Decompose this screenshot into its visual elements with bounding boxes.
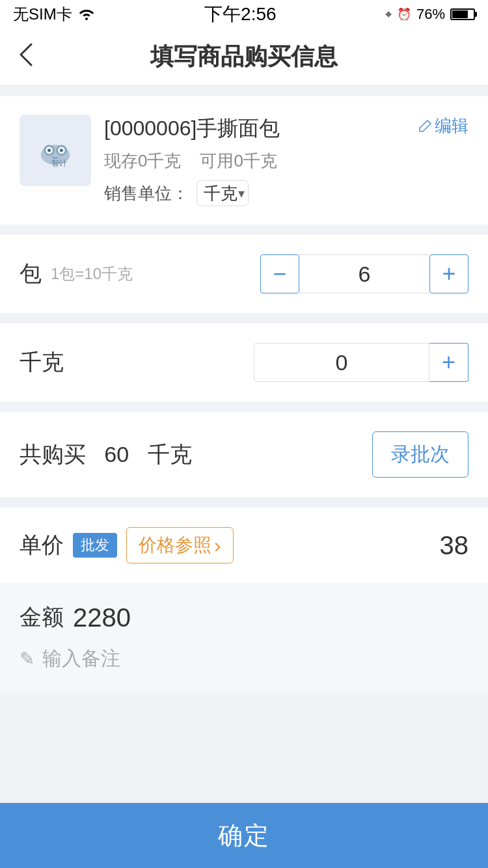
product-unit: 销售单位： 千克 xyxy=(104,180,468,206)
bag-decrement-button[interactable]: − xyxy=(260,254,299,293)
summary-text: 共购买 60 千克 xyxy=(20,440,192,470)
remark-label: 输入备注 xyxy=(42,645,120,672)
bag-row: 包 1包=10千克 − + xyxy=(20,235,468,313)
summary-unit: 千克 xyxy=(148,442,192,467)
product-info: [0000006]手撕面包 编辑 现存0千克 可用0千克 销售单位： 千克 xyxy=(104,115,468,206)
kg-row: 千克 + xyxy=(20,323,468,401)
pencil-icon: ✎ xyxy=(20,648,34,670)
bag-sublabel: 1包=10千克 xyxy=(51,264,133,284)
kg-quantity-control: + xyxy=(254,343,468,382)
location-icon: ⌖ xyxy=(385,8,392,21)
price-label: 单价 xyxy=(20,530,64,560)
amount-section: 金额 2280 ✎ 输入备注 xyxy=(0,583,488,692)
carrier-text: 无SIM卡 xyxy=(13,4,72,25)
svg-text:智计: 智计 xyxy=(51,159,67,168)
status-bar: 无SIM卡 下午2:56 ⌖ ⏰ 76% xyxy=(0,0,488,29)
unit-select[interactable]: 千克 xyxy=(197,180,249,206)
status-carrier: 无SIM卡 xyxy=(13,4,96,25)
amount-label: 金额 xyxy=(20,603,64,632)
summary-amount: 60 xyxy=(104,442,129,467)
edit-button[interactable]: 编辑 xyxy=(418,115,468,137)
price-row: 单价 批发 价格参照 › 38 xyxy=(20,527,468,563)
battery-fill xyxy=(452,10,468,18)
kg-label: 千克 xyxy=(20,347,64,377)
summary-section: 共购买 60 千克 录批次 xyxy=(0,412,488,497)
bag-quantity-control: − + xyxy=(260,254,468,293)
svg-point-6 xyxy=(60,148,63,152)
bag-quantity-input[interactable] xyxy=(299,254,429,293)
bottom-bar: 确定 xyxy=(0,803,488,868)
product-image: 智计 xyxy=(20,115,91,186)
battery-text: 76% xyxy=(416,6,445,23)
price-value: 38 xyxy=(440,531,469,560)
kg-section: 千克 + xyxy=(0,323,488,401)
record-batch-button[interactable]: 录批次 xyxy=(372,431,468,478)
page-title: 填写商品购买信息 xyxy=(150,41,338,73)
edit-label: 编辑 xyxy=(435,115,468,137)
nav-bar: 填写商品购买信息 xyxy=(0,29,488,86)
bag-label: 包 1包=10千克 xyxy=(20,259,133,289)
product-card: 智计 [0000006]手撕面包 编辑 现存0千克 可用0千克 销售单位： 千克 xyxy=(0,96,488,224)
price-section: 单价 批发 价格参照 › 38 xyxy=(0,508,488,583)
amount-value: 2280 xyxy=(73,603,131,632)
alarm-icon: ⏰ xyxy=(397,7,411,21)
bag-increment-button[interactable]: + xyxy=(429,254,468,293)
wifi-icon xyxy=(77,6,96,23)
kg-quantity-input[interactable] xyxy=(254,343,429,382)
remark-row[interactable]: ✎ 输入备注 xyxy=(20,645,468,672)
svg-point-5 xyxy=(47,148,51,152)
kg-increment-button[interactable]: + xyxy=(429,343,468,382)
amount-row: 金额 2280 xyxy=(20,603,468,632)
price-ref-button[interactable]: 价格参照 › xyxy=(126,527,234,563)
product-stock: 现存0千克 可用0千克 xyxy=(104,150,468,172)
product-name: [0000006]手撕面包 xyxy=(104,115,280,143)
bag-section: 包 1包=10千克 − + xyxy=(0,235,488,313)
status-right: ⌖ ⏰ 76% xyxy=(385,6,475,23)
back-button[interactable] xyxy=(18,42,34,72)
battery-icon xyxy=(450,8,475,20)
status-time: 下午2:56 xyxy=(204,2,277,27)
price-label-group: 单价 批发 价格参照 › xyxy=(20,527,234,563)
price-tag: 批发 xyxy=(73,533,117,558)
unit-select-wrap[interactable]: 千克 xyxy=(197,180,249,206)
confirm-button[interactable]: 确定 xyxy=(0,803,488,868)
